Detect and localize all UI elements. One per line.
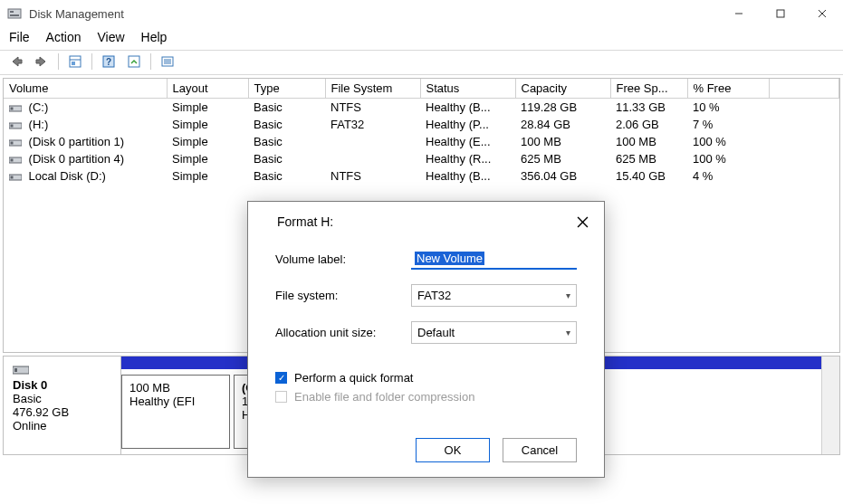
- table-row[interactable]: (Disk 0 partition 4)SimpleBasicHealthy (…: [4, 150, 839, 167]
- svg-rect-24: [11, 158, 14, 161]
- allocation-label: Allocation unit size:: [275, 326, 411, 339]
- toolbar: ?: [0, 50, 843, 75]
- toolbar-separator: [91, 53, 92, 70]
- format-dialog: Format H: Volume label: New Volume File …: [247, 201, 605, 478]
- window-title: Disk Management: [29, 7, 718, 21]
- volume-icon: [9, 138, 22, 147]
- list-button[interactable]: [157, 52, 178, 71]
- checkbox-unchecked-icon: [275, 391, 287, 403]
- col-layout[interactable]: Layout: [167, 79, 248, 99]
- col-capacity[interactable]: Capacity: [515, 79, 610, 99]
- disk-size: 476.92 GB: [13, 405, 111, 419]
- svg-rect-0: [8, 9, 21, 18]
- col-status[interactable]: Status: [420, 79, 515, 99]
- svg-rect-18: [11, 107, 14, 109]
- toolbar-separator: [150, 53, 151, 70]
- disk-info[interactable]: Disk 0 Basic 476.92 GB Online: [4, 357, 121, 454]
- window-close-button[interactable]: [801, 0, 843, 27]
- cancel-button[interactable]: Cancel: [503, 438, 577, 462]
- properties-button[interactable]: [64, 52, 86, 71]
- window-maximize-button[interactable]: [760, 0, 801, 27]
- menu-help[interactable]: Help: [141, 30, 168, 44]
- allocation-select[interactable]: Default▾: [411, 321, 577, 344]
- chevron-down-icon: ▾: [566, 328, 570, 338]
- column-headers[interactable]: Volume Layout Type File System Status Ca…: [4, 79, 839, 99]
- svg-text:?: ?: [106, 57, 111, 67]
- svg-rect-22: [11, 141, 14, 144]
- quick-format-checkbox[interactable]: ✓ Perform a quick format: [275, 371, 577, 385]
- dialog-title: Format H:: [277, 214, 571, 229]
- forward-button[interactable]: [31, 52, 53, 71]
- svg-rect-2: [10, 14, 19, 16]
- col-free[interactable]: Free Sp...: [610, 79, 687, 99]
- svg-rect-28: [14, 368, 17, 372]
- refresh-button[interactable]: [123, 52, 145, 71]
- table-row[interactable]: (Disk 0 partition 1)SimpleBasicHealthy (…: [4, 133, 839, 150]
- compression-checkbox: Enable file and folder compression: [275, 390, 577, 404]
- disk-kind: Basic: [13, 392, 111, 405]
- disk-state: Online: [13, 419, 111, 433]
- col-volume[interactable]: Volume: [4, 79, 167, 99]
- svg-rect-4: [777, 10, 784, 17]
- menubar: File Action View Help: [0, 27, 843, 50]
- window-minimize-button[interactable]: [718, 0, 760, 27]
- menu-view[interactable]: View: [97, 30, 124, 44]
- chevron-down-icon: ▾: [566, 290, 570, 300]
- back-button[interactable]: [5, 52, 27, 71]
- svg-rect-20: [11, 124, 14, 127]
- volume-icon: [9, 156, 22, 165]
- svg-rect-9: [72, 62, 75, 65]
- col-blank: [769, 79, 839, 99]
- table-row[interactable]: Local Disk (D:)SimpleBasicNTFSHealthy (B…: [4, 167, 839, 185]
- toolbar-separator: [58, 53, 59, 70]
- app-icon: [7, 6, 22, 21]
- table-row[interactable]: (C:)SimpleBasicNTFSHealthy (B...119.28 G…: [4, 99, 839, 116]
- menu-action[interactable]: Action: [46, 30, 81, 44]
- file-system-select[interactable]: FAT32▾: [411, 284, 577, 307]
- dialog-close-button[interactable]: [571, 211, 593, 233]
- help-button[interactable]: ?: [98, 52, 120, 71]
- svg-rect-1: [10, 11, 14, 13]
- volume-label-label: Volume label:: [275, 252, 411, 266]
- titlebar: Disk Management: [0, 0, 843, 27]
- disk-icon: [13, 364, 29, 376]
- table-row[interactable]: (H:)SimpleBasicFAT32Healthy (P...28.84 G…: [4, 116, 839, 133]
- partition[interactable]: 100 MBHealthy (EFI: [121, 375, 230, 449]
- menu-file[interactable]: File: [9, 30, 30, 44]
- volume-label-input[interactable]: New Volume: [411, 249, 577, 270]
- volume-icon: [9, 104, 22, 113]
- col-pctfree[interactable]: % Free: [687, 79, 769, 99]
- ok-button[interactable]: OK: [416, 438, 490, 462]
- volume-icon: [9, 173, 22, 182]
- file-system-label: File system:: [275, 289, 411, 302]
- col-type[interactable]: Type: [248, 79, 325, 99]
- svg-rect-26: [11, 176, 14, 178]
- volume-icon: [9, 121, 22, 130]
- disk-name: Disk 0: [13, 378, 111, 392]
- col-filesystem[interactable]: File System: [325, 79, 420, 99]
- checkbox-checked-icon: ✓: [275, 372, 287, 384]
- scrollbar[interactable]: [821, 357, 839, 454]
